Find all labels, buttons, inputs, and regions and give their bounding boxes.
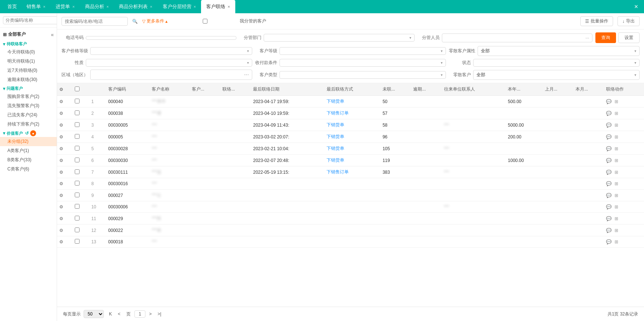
sidebar-item-today[interactable]: 今天待联络(0) bbox=[0, 47, 57, 57]
next-page-btn[interactable]: > bbox=[147, 311, 154, 317]
sidebar-item-b-class[interactable]: B类客户(33) bbox=[0, 155, 57, 165]
last-way-link[interactable]: 下销售订单 bbox=[327, 169, 349, 174]
grid-action-icon[interactable]: ⊞ bbox=[615, 193, 618, 198]
sidebar-item-ungroup[interactable]: 未分组(32) bbox=[0, 137, 57, 146]
row-check[interactable] bbox=[73, 131, 89, 143]
row-gear[interactable]: ⚙ bbox=[57, 131, 73, 143]
prev-page-btn[interactable]: < bbox=[116, 311, 123, 317]
sidebar-item-abnormal[interactable]: 囤购异常客户(2) bbox=[0, 92, 57, 101]
chat-icon[interactable]: 💬 bbox=[606, 193, 612, 198]
sidebar-item-tomorrow[interactable]: 明天待联络(1) bbox=[0, 57, 57, 66]
row-check[interactable] bbox=[73, 96, 89, 107]
sidebar-collapse-icon[interactable]: « bbox=[51, 32, 54, 38]
customer-type-select[interactable]: ▾ bbox=[279, 71, 446, 79]
my-customers-checkbox[interactable]: 我分管的客户 bbox=[172, 18, 266, 24]
row-gear[interactable]: ⚙ bbox=[57, 96, 73, 107]
last-way-link[interactable]: 下销货单 bbox=[327, 146, 344, 151]
reset-button[interactable]: 设置 bbox=[618, 32, 640, 43]
scatter-customer-select[interactable]: 全部 ▾ bbox=[473, 70, 640, 80]
sidebar-search-input[interactable] bbox=[3, 16, 57, 24]
grid-action-icon[interactable]: ⊞ bbox=[615, 99, 618, 104]
grid-action-icon[interactable]: ⊞ bbox=[615, 146, 618, 151]
chat-icon[interactable]: 💬 bbox=[606, 228, 612, 233]
row-check[interactable] bbox=[73, 225, 89, 236]
row-gear[interactable]: ⚙ bbox=[57, 119, 73, 131]
row-checkbox[interactable] bbox=[75, 204, 80, 209]
chat-icon[interactable]: 💬 bbox=[606, 123, 612, 128]
row-check[interactable] bbox=[73, 143, 89, 155]
row-gear[interactable]: ⚙ bbox=[57, 236, 73, 248]
row-checkbox[interactable] bbox=[75, 146, 80, 151]
close-product-list-icon[interactable]: × bbox=[150, 4, 152, 9]
phone-input[interactable] bbox=[86, 36, 236, 40]
export-button[interactable]: ↓ 导出 bbox=[617, 16, 640, 26]
dept-select[interactable]: ▾ bbox=[264, 34, 414, 42]
region-select[interactable]: ··· bbox=[90, 70, 252, 80]
col-last-month[interactable]: 上月... bbox=[543, 83, 573, 96]
grid-action-icon[interactable]: ⊞ bbox=[615, 170, 618, 175]
close-sales-icon[interactable]: × bbox=[43, 4, 45, 9]
page-size-select[interactable]: 50 100 200 bbox=[84, 310, 104, 318]
row-check[interactable] bbox=[73, 107, 89, 119]
sidebar-item-declining[interactable]: 持续下滑客户(2) bbox=[0, 120, 57, 129]
sidebar-item-c-class[interactable]: C类客户(6) bbox=[0, 165, 57, 174]
row-checkbox[interactable] bbox=[75, 239, 80, 244]
window-close-button[interactable]: × bbox=[631, 3, 641, 11]
col-name[interactable]: 客户名称 bbox=[149, 83, 190, 96]
row-check[interactable] bbox=[73, 236, 89, 248]
row-checkbox[interactable] bbox=[75, 122, 80, 127]
nav-customer-contact[interactable]: 客户联络 × bbox=[201, 0, 235, 13]
col-this-year[interactable]: 本年... bbox=[506, 83, 542, 96]
close-product-analysis-icon[interactable]: × bbox=[106, 4, 109, 9]
expand-icon-value[interactable]: ▾ bbox=[3, 131, 5, 136]
sidebar-item-a-class[interactable]: A类客户(1) bbox=[0, 146, 57, 155]
last-way-link[interactable]: 下销货单 bbox=[327, 134, 344, 139]
search-button[interactable]: 🔍 bbox=[132, 19, 138, 24]
value-refresh-icon[interactable]: ↺ bbox=[25, 131, 29, 136]
row-checkbox[interactable] bbox=[75, 158, 80, 162]
row-check[interactable] bbox=[73, 213, 89, 225]
chat-icon[interactable]: 💬 bbox=[606, 170, 612, 175]
chat-icon[interactable]: 💬 bbox=[606, 134, 612, 140]
chat-icon[interactable]: 💬 bbox=[606, 204, 612, 209]
person-input[interactable]: ··· bbox=[442, 33, 592, 42]
nature-select[interactable]: ▾ bbox=[86, 59, 252, 67]
chat-icon[interactable]: 💬 bbox=[606, 181, 612, 186]
grid-action-icon[interactable]: ⊞ bbox=[615, 158, 618, 163]
close-customer-layer-icon[interactable]: × bbox=[194, 4, 196, 9]
last-way-link[interactable]: 下销货单 bbox=[327, 158, 344, 163]
more-conditions-button[interactable]: ▽ 更多条件 ▴ bbox=[142, 18, 168, 24]
first-page-btn[interactable]: K bbox=[107, 311, 114, 317]
row-checkbox[interactable] bbox=[75, 110, 80, 115]
chat-icon[interactable]: 💬 bbox=[606, 111, 612, 116]
row-checkbox[interactable] bbox=[75, 99, 80, 103]
person-more-icon[interactable]: ··· bbox=[585, 35, 589, 40]
sidebar-item-churn-warning[interactable]: 流失预警客户(3) bbox=[0, 101, 57, 110]
batch-op-button[interactable]: ☰ 批量操作 bbox=[580, 16, 613, 26]
row-check[interactable] bbox=[73, 119, 89, 131]
grid-action-icon[interactable]: ⊞ bbox=[615, 216, 618, 221]
query-button[interactable]: 查询 bbox=[595, 32, 616, 43]
col-code[interactable]: 客户编码 bbox=[106, 83, 149, 96]
chat-icon[interactable]: 💬 bbox=[606, 146, 612, 151]
row-gear[interactable]: ⚙ bbox=[57, 107, 73, 119]
expand-icon-pending[interactable]: ▾ bbox=[3, 42, 5, 47]
row-gear[interactable]: ⚙ bbox=[57, 155, 73, 166]
col-not-contact[interactable]: 未联... bbox=[380, 83, 411, 96]
close-customer-contact-icon[interactable]: × bbox=[228, 4, 230, 9]
row-checkbox[interactable] bbox=[75, 134, 80, 139]
col-type[interactable]: 客户... bbox=[190, 83, 220, 96]
last-way-link[interactable]: 下销售订单 bbox=[327, 110, 349, 116]
search-input[interactable] bbox=[61, 17, 128, 26]
col-last-date[interactable]: 最后联络日期 bbox=[251, 83, 324, 96]
col-contact-person[interactable]: 往来单位联系人 bbox=[442, 83, 506, 96]
col-overdue[interactable]: 逾期... bbox=[411, 83, 441, 96]
grid-action-icon[interactable]: ⊞ bbox=[615, 123, 618, 128]
nav-home[interactable]: 首页 bbox=[3, 0, 21, 13]
last-way-link[interactable]: 下销货单 bbox=[327, 99, 344, 104]
row-gear[interactable]: ⚙ bbox=[57, 143, 73, 155]
row-checkbox[interactable] bbox=[75, 193, 80, 197]
row-gear[interactable]: ⚙ bbox=[57, 213, 73, 225]
nav-product-analysis[interactable]: 商品分析 × bbox=[80, 0, 114, 13]
all-customers-item[interactable]: ⊞ 全部客户 « bbox=[0, 29, 57, 40]
